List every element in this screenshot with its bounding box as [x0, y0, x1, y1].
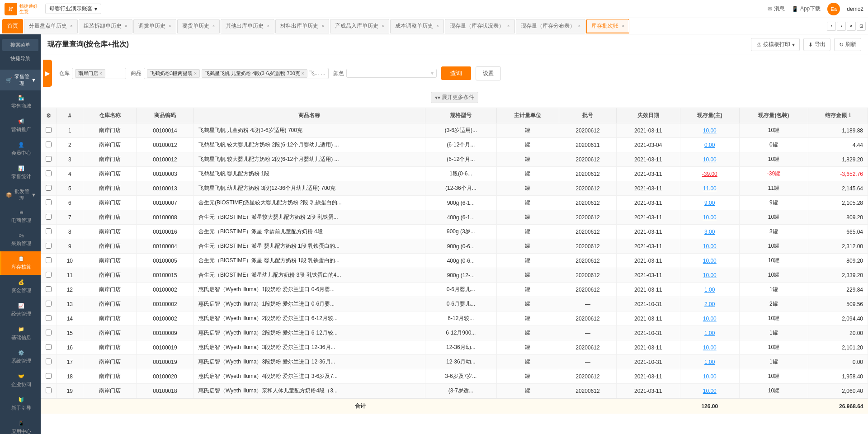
row-qty-main[interactable]: 2.00: [680, 297, 739, 311]
export-btn[interactable]: ⬇ 导出: [803, 38, 830, 51]
row-checkbox[interactable]: [41, 152, 57, 167]
row-check-input[interactable]: [46, 127, 52, 133]
row-check-input[interactable]: [46, 243, 52, 249]
row-qty-main[interactable]: 1.00: [680, 326, 739, 340]
row-qty-main[interactable]: 10.00: [680, 268, 739, 283]
tab-inventory1-close[interactable]: ×: [507, 24, 510, 28]
sidebar-search-btn[interactable]: 搜索菜单: [2, 39, 38, 51]
product-tag-container[interactable]: 飞鹤奶粉3段两提装 × 飞鹤星飞帆 儿童奶粉 4段(3-6岁适用) 700克 ×…: [144, 68, 329, 79]
product-tag-1[interactable]: 飞鹤星飞帆 儿童奶粉 4段(3-6岁适用) 700克 ×: [202, 69, 307, 78]
product-tag-close-1[interactable]: ×: [302, 71, 304, 76]
row-qty-main[interactable]: 0.00: [680, 138, 739, 152]
sidebar-item-member[interactable]: 👤 会员中心: [0, 137, 41, 161]
tab-inventory2[interactable]: 现存量（库存分布表） ×: [516, 19, 586, 33]
sidebar-item-marketing[interactable]: 📢 营销推广: [0, 114, 41, 137]
sidebar-item-retail[interactable]: 🛒 零售管理 ▼: [0, 70, 41, 90]
print-btn[interactable]: 🖨 按模板打印 ▾: [751, 38, 800, 51]
row-qty-main[interactable]: 10.00: [680, 123, 739, 138]
tab-pickup-close[interactable]: ×: [212, 24, 215, 28]
sidebar-item-basics[interactable]: 📁 基础信息: [0, 322, 41, 345]
breadcrumb-selector[interactable]: 母婴行业演示账套 ▾: [45, 4, 101, 14]
tab-close-btn[interactable]: ×: [847, 22, 856, 31]
user-name[interactable]: demo2: [847, 6, 863, 12]
filter-toggle-btn[interactable]: ▶: [43, 60, 52, 87]
row-qty-main[interactable]: 10.00: [680, 239, 739, 254]
settings-btn[interactable]: 设置: [476, 66, 501, 80]
sidebar-item-ecommerce[interactable]: 🖥 电商管理: [0, 205, 41, 228]
warehouse-tag-container[interactable]: 南岸门店 ×: [72, 68, 126, 79]
tab-costadjust-close[interactable]: ×: [436, 24, 439, 28]
row-checkbox[interactable]: [41, 311, 57, 326]
tab-materialout[interactable]: 材料出库单历史 ×: [275, 19, 329, 33]
warehouse-tag-close[interactable]: ×: [99, 71, 102, 76]
tab-inventory2-close[interactable]: ×: [578, 24, 581, 28]
row-checkbox[interactable]: [41, 326, 57, 340]
row-checkbox[interactable]: [41, 225, 57, 239]
row-check-input[interactable]: [46, 142, 52, 147]
row-qty-main[interactable]: 10.00: [680, 152, 739, 167]
row-qty-main[interactable]: 10.00: [680, 311, 739, 326]
row-qty-main[interactable]: 1.00: [680, 283, 739, 297]
row-qty-main[interactable]: 10.00: [680, 340, 739, 355]
tab-disassemble-close[interactable]: ×: [125, 24, 127, 28]
tab-distribute[interactable]: 分量盘点单历史 ×: [24, 19, 78, 33]
row-check-input[interactable]: [46, 156, 52, 162]
row-qty-main[interactable]: 10.00: [680, 384, 739, 399]
tab-next-btn[interactable]: ›: [837, 22, 846, 31]
row-checkbox[interactable]: [41, 297, 57, 311]
tab-inventory1[interactable]: 现存量（库存状况表） ×: [445, 19, 515, 33]
tab-costadjust[interactable]: 成本调整单历史 ×: [390, 19, 444, 33]
row-checkbox[interactable]: [41, 196, 57, 210]
row-checkbox[interactable]: [41, 254, 57, 268]
row-check-input[interactable]: [46, 286, 52, 292]
row-check-input[interactable]: [46, 373, 52, 379]
row-checkbox[interactable]: [41, 210, 57, 225]
row-check-input[interactable]: [46, 301, 52, 307]
expand-more-btn[interactable]: ▾▾ 展开更多条件: [431, 92, 478, 103]
refresh-btn[interactable]: ↻ 刷新: [834, 38, 861, 51]
message-btn[interactable]: ✉ 消息: [768, 5, 785, 13]
row-check-input[interactable]: [46, 344, 52, 350]
tab-batchstock[interactable]: 库存批次账 ×: [586, 19, 629, 33]
row-check-input[interactable]: [46, 330, 52, 335]
tab-pickup[interactable]: 要货单历史 ×: [177, 19, 220, 33]
tab-productin-close[interactable]: ×: [382, 24, 384, 28]
row-checkbox[interactable]: [41, 340, 57, 355]
row-check-input[interactable]: [46, 387, 52, 393]
row-qty-main[interactable]: 9.00: [680, 196, 739, 210]
row-checkbox[interactable]: [41, 138, 57, 152]
row-qty-main[interactable]: 11.00: [680, 181, 739, 196]
row-checkbox[interactable]: [41, 167, 57, 181]
sidebar-quick-nav-btn[interactable]: 快捷导航: [2, 52, 38, 65]
warehouse-tag-nangang[interactable]: 南岸门店 ×: [75, 69, 105, 78]
product-tag-close-0[interactable]: ×: [194, 71, 197, 76]
sidebar-item-wholesale[interactable]: 📦 批发管理 ▼: [0, 184, 41, 205]
tab-productin[interactable]: 产成品入库单历史 ×: [330, 19, 389, 33]
row-checkbox[interactable]: [41, 369, 57, 384]
row-check-input[interactable]: [46, 272, 52, 278]
row-qty-main[interactable]: 1.00: [680, 355, 739, 369]
tab-transfer[interactable]: 调拨单历史 ×: [133, 19, 176, 33]
sidebar-item-apps[interactable]: 📱 应用中心: [0, 416, 41, 434]
sidebar-item-business[interactable]: 📈 经营管理: [0, 298, 41, 322]
sidebar-item-stats[interactable]: 📊 零售统计: [0, 161, 41, 184]
sidebar-item-finance[interactable]: 💰 资金管理: [0, 275, 41, 298]
tab-materialout-close[interactable]: ×: [321, 24, 324, 28]
row-checkbox[interactable]: [41, 123, 57, 138]
col-settings[interactable]: ⚙: [41, 108, 57, 123]
tab-menu-btn[interactable]: ⊡: [857, 22, 866, 31]
row-checkbox[interactable]: [41, 268, 57, 283]
row-qty-main[interactable]: 10.00: [680, 210, 739, 225]
row-check-input[interactable]: [46, 214, 52, 220]
query-btn[interactable]: 查询: [441, 66, 471, 80]
row-check-input[interactable]: [46, 257, 52, 263]
row-qty-main[interactable]: 3.00: [680, 225, 739, 239]
row-checkbox[interactable]: [41, 239, 57, 254]
sidebar-item-purchase[interactable]: 🛍 采购管理: [0, 228, 41, 251]
tab-prev-btn[interactable]: ‹: [827, 22, 836, 31]
tab-transfer-close[interactable]: ×: [169, 24, 171, 28]
row-checkbox[interactable]: [41, 355, 57, 369]
row-check-input[interactable]: [46, 185, 52, 191]
row-checkbox[interactable]: [41, 283, 57, 297]
product-tag-0[interactable]: 飞鹤奶粉3段两提装 ×: [147, 69, 200, 78]
